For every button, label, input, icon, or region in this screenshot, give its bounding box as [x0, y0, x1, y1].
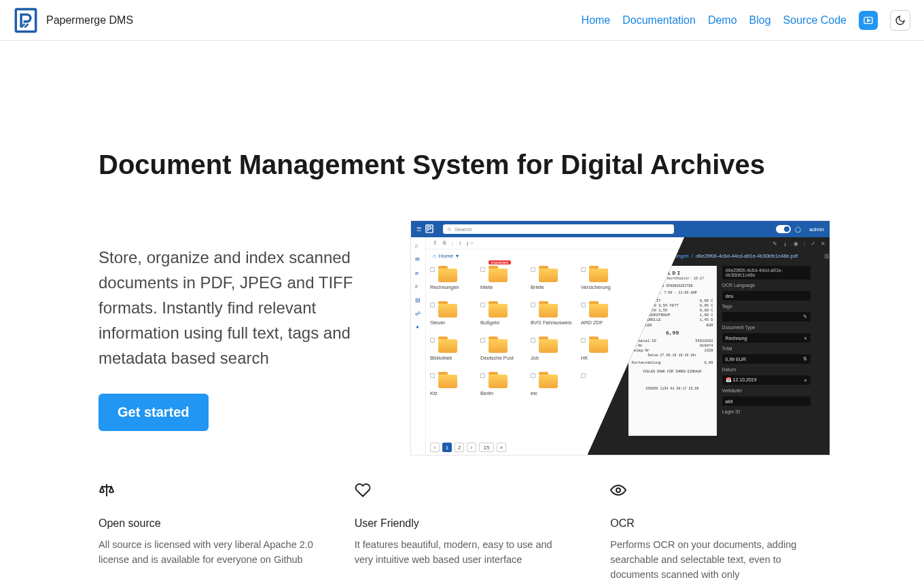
folder-tag-important: important: [488, 260, 511, 264]
folder-item: Briefe: [531, 269, 578, 290]
app-logo-icon: [425, 224, 433, 235]
bc-home: Home: [439, 253, 453, 259]
folder-item: Rechnungen: [430, 269, 478, 290]
close-icon: ✕: [821, 241, 825, 247]
download-icon: ⭳: [783, 241, 788, 247]
folder-item: BVG Fahrausweis: [531, 304, 578, 326]
group-icon: ☍: [415, 311, 422, 317]
svg-point-3: [448, 228, 450, 230]
folder-item: Bußgeld: [480, 304, 528, 326]
hamburger-icon: ☰: [416, 226, 421, 233]
tag-icon: ⌀: [415, 270, 422, 277]
theme-toggle[interactable]: [890, 10, 910, 31]
edit-icon: ✎: [772, 241, 777, 247]
feature-title: Open source: [99, 517, 314, 530]
feature-open-source: Open source All source is licensed with …: [99, 482, 314, 582]
settings-icon: ✦: [415, 324, 422, 331]
doc-icon: ▤: [415, 297, 422, 304]
user-name: admin: [809, 226, 824, 233]
folder-item: HK: [581, 339, 628, 361]
expand-icon: ⤢: [811, 241, 815, 247]
search-placeholder: Search: [455, 226, 472, 233]
feature-user-friendly: User Friendly It features beautiful, mod…: [355, 482, 570, 582]
filter-icon: |→: [467, 240, 474, 246]
metadata-panel: d6e29f06-4c6d-44cd-a91e-4b30bfc1c48e OCR…: [722, 266, 811, 436]
nav-source-code[interactable]: Source Code: [783, 14, 847, 27]
edit-icon: ✎: [803, 314, 807, 320]
nav-demo[interactable]: Demo: [708, 14, 737, 27]
search-input: Search: [443, 224, 674, 234]
hero-title: Document Management System for Digital A…: [99, 150, 825, 180]
youtube-icon[interactable]: [859, 11, 878, 30]
brand-logo-icon: [14, 7, 38, 33]
folder-item: Bibliothek: [430, 339, 478, 361]
main-nav: Home Documentation Demo Blog Source Code: [582, 10, 910, 31]
eye-icon: [610, 482, 626, 498]
pager: ‹ 1 2 › 15 »: [430, 443, 506, 452]
list-icon: ≡: [415, 284, 422, 290]
eye-icon: ◉: [794, 241, 798, 247]
feature-body: It features beautiful, modern, easy to u…: [355, 538, 570, 568]
nav-blog[interactable]: Blog: [749, 14, 771, 27]
feature-title: User Friendly: [355, 517, 570, 530]
folder-item: Miete: [480, 269, 528, 290]
theme-switch: [776, 225, 791, 233]
folder-item: ARD ZDF: [581, 304, 628, 326]
get-started-button[interactable]: Get started: [99, 394, 209, 431]
feature-ocr: OCR Performs OCR on your documents, addi…: [610, 482, 825, 582]
hero-screenshot: ☰ Search ◯ admin ⌂ ✉: [411, 221, 830, 455]
folder-item: Kfz: [430, 375, 478, 396]
nav-documentation[interactable]: Documentation: [622, 14, 696, 27]
feature-body: Performs OCR on your documents, adding s…: [610, 538, 825, 582]
inbox-icon: ✉: [415, 256, 422, 263]
brand[interactable]: Papermerge DMS: [14, 7, 133, 33]
folder-item: Deutsche Post: [480, 339, 528, 361]
feature-title: OCR: [610, 517, 825, 530]
folder-item: etc: [531, 375, 578, 396]
bc-home-icon: ⌂: [433, 253, 436, 259]
hero-lead: Store, organize and index scanned docume…: [99, 245, 384, 371]
user-icon: ◯: [795, 226, 801, 233]
sort-icon: ↕: [459, 240, 461, 246]
panel-icon: ▥: [824, 253, 830, 259]
upload-icon: ⇪: [433, 240, 438, 246]
feature-body: All source is licensed with very liberal…: [99, 538, 314, 568]
folder-item: Versicherung: [581, 269, 628, 290]
app-sidebar: ⌂ ✉ ⌀ ≡ ▤ ☍ ✦: [411, 237, 426, 455]
nav-home[interactable]: Home: [582, 14, 611, 27]
folder-item: Berlin: [480, 375, 528, 396]
new-folder-icon: ⎘: [443, 240, 446, 246]
home-icon: ⌂: [415, 243, 422, 250]
folder-item: Job: [531, 339, 578, 361]
scale-icon: [99, 482, 115, 498]
heart-icon: [355, 482, 371, 498]
folder-item: Steuer: [430, 304, 478, 326]
brand-name: Papermerge DMS: [46, 14, 133, 27]
svg-point-4: [616, 488, 620, 492]
